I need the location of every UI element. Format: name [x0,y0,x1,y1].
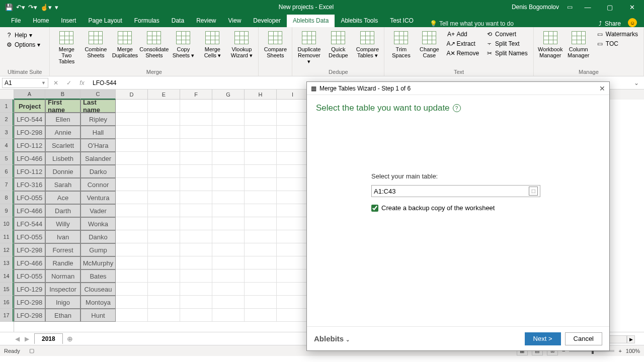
maximize-button[interactable]: ▢ [603,4,617,11]
brand-label[interactable]: Ablebits ⌄ [314,334,350,343]
table-cell[interactable]: Darth [45,204,80,217]
row-header-13[interactable]: 13 [0,256,14,269]
table-cell[interactable]: LFO-466 [14,152,45,165]
tab-review[interactable]: Review [190,15,222,27]
row-header-7[interactable]: 7 [0,178,14,191]
col-header-B[interactable]: B [45,89,80,100]
tab-ablebits-tools[interactable]: Ablebits Tools [335,15,384,27]
qat-more-icon[interactable]: ▾ [55,4,58,11]
user-name[interactable]: Denis Bogomolov [512,4,559,11]
col-header-D[interactable]: D [116,89,148,100]
row-header-11[interactable]: 11 [0,230,14,243]
share-button[interactable]: ⤴ Share [599,20,621,27]
col-header-A[interactable]: A [14,89,45,100]
tell-me[interactable]: 💡 Tell me what you want to do [430,20,514,27]
table-cell[interactable]: Norman [45,269,80,283]
merge-btn-4[interactable]: Copy Sheets ▾ [169,29,197,59]
range-picker-icon[interactable]: ⬚ [529,187,538,196]
row-header-12[interactable]: 12 [0,243,14,256]
merge-btn-5[interactable]: Merge Cells ▾ [198,29,226,59]
table-cell[interactable]: Connor [80,178,116,191]
row-header-8[interactable]: 8 [0,191,14,204]
table-cell[interactable]: LFO-055 [14,230,45,243]
table-cell[interactable]: Scarlett [45,139,80,152]
table-cell[interactable]: McMurphy [80,256,116,269]
feedback-icon[interactable]: ☺ [628,18,637,27]
table-cell[interactable]: Annie [45,126,80,139]
merge-btn-6[interactable]: Vlookup Wizard ▾ [227,29,256,59]
options-button[interactable]: ⚙Options ▾ [5,40,41,49]
tab-view[interactable]: View [222,15,248,27]
table-cell[interactable]: Bates [80,269,116,283]
row-header-4[interactable]: 4 [0,139,14,152]
save-icon[interactable]: 💾 [5,4,13,11]
row-header-15[interactable]: 15 [0,283,14,296]
table-cell[interactable]: LFO-112 [14,165,45,178]
col-header-C[interactable]: C [80,89,116,100]
enter-formula-icon[interactable]: ✓ [63,79,74,86]
table-cell[interactable]: Inigo [45,296,80,309]
table-cell[interactable]: Ethan [45,309,80,322]
col-header-H[interactable]: H [245,89,277,100]
table-cell[interactable]: Hunt [80,309,116,322]
touch-mode-icon[interactable]: ☝▾ [40,4,52,11]
text-add[interactable]: A+Add [446,30,480,39]
col-header-G[interactable]: G [212,89,245,100]
text-split-names[interactable]: ✂Split Names [485,49,529,58]
table-cell[interactable]: Ellen [45,113,80,126]
text-remove[interactable]: A✕Remove [446,49,480,58]
text-big-0[interactable]: Trim Spaces [387,29,415,59]
tab-page-layout[interactable]: Page Layout [82,15,128,27]
compare-sheets-button[interactable]: Compare Sheets [261,29,289,59]
merge-btn-3[interactable]: Consolidate Sheets [140,29,168,59]
text-convert[interactable]: ⟲Convert [485,30,529,39]
table-cell[interactable]: Lisbeth [45,152,80,165]
dedupe-btn-2[interactable]: Compare Tables ▾ [353,29,381,59]
table-cell[interactable]: LFO-466 [14,256,45,269]
table-cell[interactable]: Darko [80,165,116,178]
table-cell[interactable]: Danko [80,230,116,243]
row-header-5[interactable]: 5 [0,152,14,165]
row-header-2[interactable]: 2 [0,113,14,126]
tab-home[interactable]: Home [27,15,55,27]
help-icon[interactable]: ? [453,104,461,112]
table-cell[interactable]: LFO-298 [14,243,45,256]
row-header-9[interactable]: 9 [0,204,14,217]
next-sheet-icon[interactable]: ▶ [25,335,29,342]
table-cell[interactable]: Vader [80,204,116,217]
fx-icon[interactable]: fx [76,79,88,86]
row-header-1[interactable]: 1 [0,100,14,113]
text-extract[interactable]: A↗Extract [446,39,480,48]
table-cell[interactable]: Sarah [45,178,80,191]
manage-watermarks[interactable]: ▭Watermarks [596,30,639,39]
table-cell[interactable]: Montoya [80,296,116,309]
table-cell[interactable]: LFO-298 [14,309,45,322]
table-cell[interactable]: LFO-112 [14,139,45,152]
table-header[interactable]: First name [45,100,80,113]
table-cell[interactable]: LFO-055 [14,191,45,204]
col-header-E[interactable]: E [148,89,180,100]
close-button[interactable]: ✕ [625,4,639,11]
zoom-level[interactable]: 100% [626,348,640,354]
row-header-3[interactable]: 3 [0,126,14,139]
table-cell[interactable]: LFO-466 [14,204,45,217]
macro-record-icon[interactable]: ▢ [29,347,34,354]
row-header-10[interactable]: 10 [0,217,14,230]
add-sheet-icon[interactable]: ⊕ [67,335,73,343]
row-header-16[interactable]: 16 [0,296,14,309]
manage-big-0[interactable]: Workbook Manager [536,29,565,59]
help-button[interactable]: ?Help ▾ [5,31,33,40]
backup-checkbox[interactable]: Create a backup copy of the worksheet [371,204,600,212]
merge-btn-1[interactable]: Combine Sheets [82,29,110,59]
table-cell[interactable]: LFO-298 [14,296,45,309]
row-header-14[interactable]: 14 [0,269,14,283]
sheet-tab-2018[interactable]: 2018 [34,333,63,344]
table-cell[interactable]: Ripley [80,113,116,126]
user-avatar-icon[interactable]: ▭ [567,4,573,11]
tab-insert[interactable]: Insert [55,15,82,27]
table-cell[interactable]: LFO-316 [14,178,45,191]
row-header-6[interactable]: 6 [0,165,14,178]
table-cell[interactable]: Gump [80,243,116,256]
scroll-right-icon[interactable]: ▶ [627,335,635,343]
tab-formulas[interactable]: Formulas [128,15,166,27]
